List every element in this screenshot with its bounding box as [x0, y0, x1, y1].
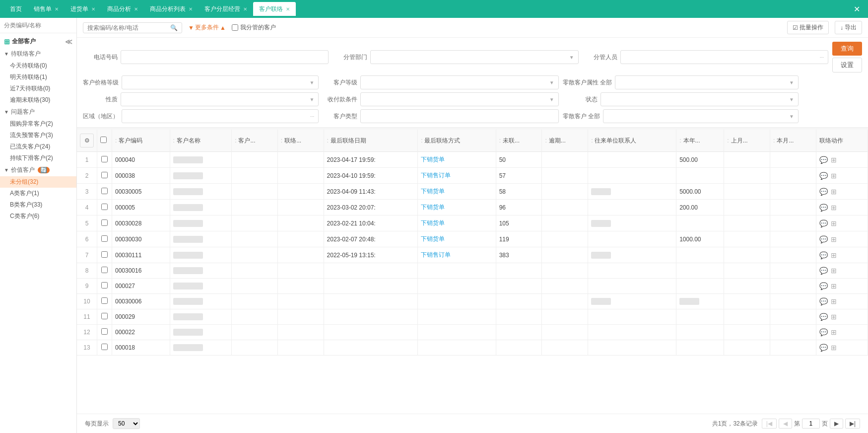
- grid-action-icon-12[interactable]: ⊞: [831, 328, 837, 336]
- th-settings[interactable]: ⚙: [77, 130, 97, 152]
- row-checkbox-7[interactable]: [97, 247, 112, 263]
- sidebar-item-churn-warning[interactable]: 流失预警客户(3): [0, 130, 76, 141]
- chat-icon-5[interactable]: 💬: [819, 219, 828, 227]
- row-checkbox-12[interactable]: [97, 325, 112, 340]
- chat-icon-13[interactable]: 💬: [819, 344, 828, 352]
- reset-button[interactable]: 设置: [832, 58, 862, 72]
- grid-action-icon-2[interactable]: ⊞: [831, 172, 837, 180]
- all-customers-section[interactable]: ⊞ 全部客户 ≪: [0, 33, 76, 48]
- sidebar-item-churned[interactable]: 已流失客户(24): [0, 141, 76, 152]
- customer-type-input[interactable]: [360, 109, 558, 123]
- grid-action-icon-13[interactable]: ⊞: [831, 344, 837, 352]
- tab-product-analysis-close[interactable]: ✕: [134, 6, 138, 12]
- chat-icon-6[interactable]: 💬: [819, 235, 828, 243]
- filter-more-conditions[interactable]: ▼ 更多条件 ▲: [188, 23, 226, 32]
- grid-action-icon-7[interactable]: ⊞: [831, 251, 837, 259]
- retail-customer-select[interactable]: ▼: [603, 109, 799, 123]
- chat-icon-4[interactable]: 💬: [819, 204, 828, 212]
- nature-select[interactable]: ▼: [121, 92, 319, 106]
- chat-icon-3[interactable]: 💬: [819, 188, 828, 196]
- row-checkbox-5[interactable]: [97, 216, 112, 231]
- price-level-select[interactable]: ▼: [122, 75, 319, 89]
- row-checkbox-1[interactable]: [97, 152, 112, 168]
- table-settings-icon[interactable]: ⚙: [80, 134, 94, 147]
- row-checkbox-3[interactable]: [97, 184, 112, 200]
- sidebar-item-class-a[interactable]: A类客户(1): [0, 188, 76, 199]
- sidebar-item-declining[interactable]: 持续下滑客户(2): [0, 152, 76, 164]
- row-checkbox-10[interactable]: [97, 294, 112, 309]
- row-checkbox-11[interactable]: [97, 309, 112, 325]
- tab-customer-contact[interactable]: 客户联络 ✕: [253, 2, 296, 16]
- first-page-button[interactable]: |◀: [762, 419, 777, 429]
- chat-icon-2[interactable]: 💬: [819, 172, 828, 180]
- chat-icon-9[interactable]: 💬: [819, 282, 828, 290]
- problem-arrow-icon[interactable]: ▼: [4, 109, 9, 115]
- row-checkbox-8[interactable]: [97, 263, 112, 279]
- sidebar-item-today-pending[interactable]: 今天待联络(0): [0, 60, 76, 72]
- sidebar-item-ungrouped[interactable]: 未分组(32): [0, 176, 76, 188]
- tab-product-analysis-list-close[interactable]: ✕: [189, 6, 193, 12]
- last-page-button[interactable]: ▶|: [845, 419, 860, 429]
- page-number-input[interactable]: [802, 419, 820, 429]
- sidebar-item-class-b[interactable]: B类客户(33): [0, 199, 76, 211]
- chat-icon-8[interactable]: 💬: [819, 267, 828, 275]
- chat-icon-11[interactable]: 💬: [819, 313, 828, 321]
- chat-icon-1[interactable]: 💬: [819, 156, 828, 164]
- grid-action-icon-1[interactable]: ⊞: [831, 156, 837, 164]
- tab-home[interactable]: 首页: [4, 2, 28, 16]
- retail-attr-select[interactable]: ▼: [615, 75, 799, 89]
- grid-action-icon-5[interactable]: ⊞: [831, 219, 837, 227]
- row-checkbox-9[interactable]: [97, 279, 112, 294]
- row-checkbox-13[interactable]: [97, 340, 112, 356]
- sidebar-item-7days-pending[interactable]: 近7天待联络(0): [0, 83, 76, 94]
- select-all-checkbox[interactable]: [100, 137, 107, 143]
- tab-customer-contact-close[interactable]: ✕: [286, 6, 290, 12]
- tab-customer-segment[interactable]: 客户分层经营 ✕: [199, 2, 253, 16]
- sidebar-item-abnormal[interactable]: 囤购异常客户(2): [0, 118, 76, 130]
- query-button[interactable]: 查询: [832, 42, 862, 56]
- sidebar-item-tomorrow-pending[interactable]: 明天待联络(1): [0, 72, 76, 83]
- chat-icon-12[interactable]: 💬: [819, 328, 828, 336]
- grid-action-icon-11[interactable]: ⊞: [831, 313, 837, 321]
- sidebar-collapse-icon[interactable]: ≪: [65, 38, 72, 46]
- tab-purchase[interactable]: 进货单 ✕: [65, 2, 101, 16]
- pending-arrow-icon[interactable]: ▼: [4, 51, 9, 57]
- tab-sales-close[interactable]: ✕: [55, 6, 59, 12]
- th-checkbox[interactable]: [97, 130, 112, 152]
- sidebar-item-class-c[interactable]: C类客户(6): [0, 211, 76, 222]
- person-input[interactable]: ···: [620, 50, 828, 64]
- filter-search-input[interactable]: [87, 24, 168, 31]
- filter-search-icon[interactable]: 🔍: [170, 24, 178, 31]
- filter-search-box[interactable]: 🔍: [83, 22, 182, 33]
- prev-page-button[interactable]: ◀: [779, 419, 792, 429]
- next-page-button[interactable]: ▶: [830, 419, 843, 429]
- row-checkbox-6[interactable]: [97, 231, 112, 247]
- grid-action-icon-4[interactable]: ⊞: [831, 204, 837, 212]
- phone-input[interactable]: [121, 50, 329, 64]
- tab-purchase-close[interactable]: ✕: [91, 6, 95, 12]
- grid-action-icon-8[interactable]: ⊞: [831, 267, 837, 275]
- filter-my-customers[interactable]: 我分管的客户: [232, 23, 276, 32]
- batch-op-button[interactable]: ☑ 批量操作: [787, 21, 829, 34]
- row-checkbox-4[interactable]: [97, 200, 112, 216]
- tab-sales[interactable]: 销售单 ✕: [28, 2, 65, 16]
- per-page-select[interactable]: 50 100: [113, 418, 140, 429]
- customer-level-select[interactable]: ▼: [360, 75, 558, 89]
- sidebar-search-input[interactable]: [4, 22, 77, 29]
- tab-product-analysis-list[interactable]: 商品分析列表 ✕: [144, 2, 199, 16]
- grid-action-icon-3[interactable]: ⊞: [831, 188, 837, 196]
- tab-product-analysis[interactable]: 商品分析 ✕: [101, 2, 144, 16]
- grid-action-icon-9[interactable]: ⊞: [831, 282, 837, 290]
- my-customers-checkbox[interactable]: [232, 24, 238, 31]
- chat-icon-7[interactable]: 💬: [819, 251, 828, 259]
- sidebar-item-overdue-pending[interactable]: 逾期未联络(30): [0, 94, 76, 106]
- status-select[interactable]: ▼: [601, 92, 799, 106]
- grid-action-icon-6[interactable]: ⊞: [831, 235, 837, 243]
- value-arrow-icon[interactable]: ▼: [4, 167, 9, 173]
- export-button[interactable]: ↓ 导出: [835, 21, 862, 34]
- chat-icon-10[interactable]: 💬: [819, 297, 828, 305]
- row-checkbox-2[interactable]: [97, 168, 112, 184]
- window-close-button[interactable]: ✕: [850, 4, 864, 14]
- region-input[interactable]: ···: [122, 109, 319, 123]
- payment-select[interactable]: ▼: [360, 92, 558, 106]
